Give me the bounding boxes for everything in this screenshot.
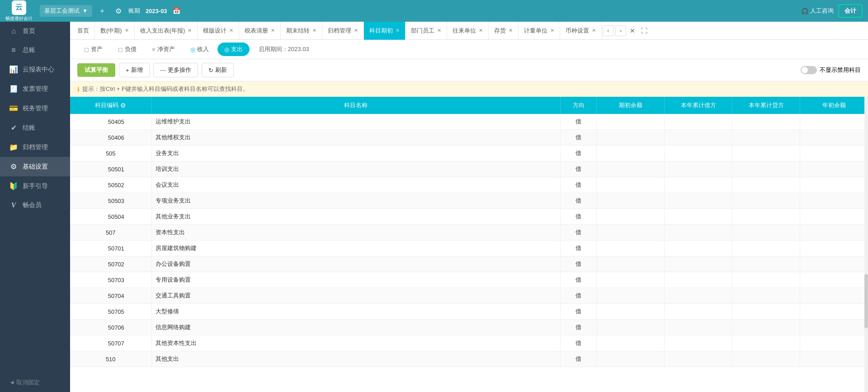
filter-net-asset-button[interactable]: ≡ 净资产: [145, 43, 182, 56]
tab-partner[interactable]: 往来单位 ✕: [447, 22, 489, 40]
filter-expense-button[interactable]: ◎ 支出: [217, 43, 250, 56]
sidebar-item-settings[interactable]: ⚙ 基础设置: [0, 157, 70, 176]
tab-close-icon[interactable]: ✕: [312, 28, 316, 33]
tab-close-icon[interactable]: ✕: [437, 28, 441, 33]
table-row[interactable]: 50707其他资本性支出借: [70, 335, 868, 351]
filter-liability-button[interactable]: ◻ 负债: [111, 43, 143, 56]
sidebar-item-tax[interactable]: 💳 税务管理: [0, 99, 70, 118]
sidebar-item-reports[interactable]: 📊 云报表中心: [0, 60, 70, 79]
toggle-disabled-button[interactable]: 不显示禁用科目: [801, 66, 861, 74]
table-row[interactable]: 50504其他业务支出借: [70, 209, 868, 225]
filter-bar: ◻ 资产 ◻ 负债 ≡ 净资产 ◎ 收入: [70, 40, 868, 59]
table-row[interactable]: 50702办公设备购置借: [70, 256, 868, 272]
account-button[interactable]: 会计: [838, 4, 863, 18]
cell-direction: 借: [561, 114, 597, 130]
tab-subject[interactable]: 科目期初 ✕: [364, 22, 406, 40]
tab-close-icon[interactable]: ✕: [354, 28, 358, 33]
tab-close-icon[interactable]: ✕: [229, 28, 233, 33]
table-row[interactable]: 50502会议支出借: [70, 177, 868, 193]
tab-prev-button[interactable]: ‹: [603, 25, 613, 36]
table-row[interactable]: 50701房屋建筑物购建借: [70, 241, 868, 256]
table-row[interactable]: 50406其他维权支出借: [70, 130, 868, 146]
settings-icon[interactable]: ⚙: [112, 5, 125, 17]
tab-archive[interactable]: 归档管理 ✕: [322, 22, 364, 40]
tab-close-icon[interactable]: ✕: [592, 28, 596, 33]
sidebar-item-archive[interactable]: 📁 归档管理: [0, 137, 70, 157]
close-all-tabs-button[interactable]: ✕: [627, 25, 638, 36]
cell-ytd-debit: [665, 146, 732, 161]
sidebar-collapse-button[interactable]: ◄ 取消固定: [0, 373, 70, 392]
new-label: 新增: [131, 66, 143, 74]
cell-code: 50405: [70, 114, 151, 130]
tab-close-icon[interactable]: ✕: [396, 28, 400, 33]
tab-dept[interactable]: 部门员工 ✕: [406, 22, 447, 40]
filter-asset-button[interactable]: ◻ 资产: [77, 43, 109, 56]
tab-expand-button[interactable]: ⛶: [639, 25, 650, 36]
table-row[interactable]: 507资本性支出借: [70, 225, 868, 241]
refresh-button[interactable]: ↻ 刷新: [202, 63, 234, 77]
table-row[interactable]: 50501培训支出借: [70, 161, 868, 177]
table-row[interactable]: 50503专项业务支出借: [70, 193, 868, 209]
tab-currency[interactable]: 币种设置 ✕: [560, 22, 602, 40]
company-dropdown-icon: ▼: [82, 8, 88, 14]
company-selector[interactable]: 基层工会测试 ▼: [40, 5, 92, 17]
sidebar-item-closing[interactable]: ✔ 结账: [0, 118, 70, 137]
period-info: 启用期间：2023.03: [259, 45, 309, 53]
sidebar-item-home[interactable]: ⌂ 首页: [0, 22, 70, 41]
table-row[interactable]: 50703专用设备购置借: [70, 272, 868, 288]
tab-tax[interactable]: 税表清册 ✕: [239, 22, 281, 40]
tab-label: 模版设计: [203, 27, 226, 35]
cell-year-balance: [800, 335, 868, 351]
add-company-button[interactable]: ＋: [96, 5, 108, 17]
tab-interim[interactable]: 数(中期) ✕: [95, 22, 135, 40]
switch-track[interactable]: [801, 66, 817, 74]
tab-close-icon[interactable]: ✕: [125, 28, 129, 33]
filter-label: 收入: [197, 45, 209, 53]
cell-name: 大型修缮: [151, 304, 561, 320]
sidebar-item-invoice[interactable]: 🧾 发票管理: [0, 79, 70, 99]
tab-template[interactable]: 模版设计 ✕: [198, 22, 239, 40]
calendar-icon[interactable]: 📅: [173, 7, 180, 14]
cell-name: 其他资本性支出: [151, 335, 561, 351]
new-button[interactable]: + 新增: [119, 63, 150, 77]
table-row[interactable]: 50704交通工具购置借: [70, 288, 868, 304]
tab-close-icon[interactable]: ✕: [550, 28, 554, 33]
table-row[interactable]: 50405运维维护支出借: [70, 114, 868, 130]
balance-button[interactable]: 试算平衡: [77, 63, 115, 77]
help-button[interactable]: 🎧 人工咨询: [801, 7, 834, 15]
sidebar-item-member[interactable]: V 畅会员: [0, 196, 70, 215]
more-actions-button[interactable]: ⋯ 更多操作: [153, 63, 198, 77]
tab-close-icon[interactable]: ✕: [509, 28, 513, 33]
tab-next-button[interactable]: ›: [615, 25, 626, 36]
period-value: 2023-03: [146, 8, 167, 14]
tab-stock[interactable]: 存货 ✕: [489, 22, 519, 40]
tab-close-icon[interactable]: ✕: [479, 28, 483, 33]
logo-area[interactable]: 云 畅捷通好会计: [5, 0, 33, 22]
header-year-balance: 年初余额: [800, 97, 868, 114]
table-row[interactable]: 50706信息网络购建借: [70, 320, 868, 335]
tab-label: 币种设置: [566, 27, 589, 35]
tab-home[interactable]: 首页: [72, 22, 95, 40]
header-gear-icon[interactable]: ⚙: [120, 102, 126, 109]
sidebar-item-ledger[interactable]: ≡ 总账: [0, 41, 70, 60]
tip-text: 提示：按Ctrl + F键并输入科目编码或者科目名称可以查找科目。: [82, 85, 249, 93]
tab-unit[interactable]: 计量单位 ✕: [519, 22, 560, 40]
table-row[interactable]: 505业务支出借: [70, 146, 868, 161]
filter-income-button[interactable]: ◎ 收入: [184, 43, 216, 56]
cell-ytd-credit: [732, 161, 800, 177]
cell-year-balance: [800, 114, 868, 130]
table-row[interactable]: 50705大型修缮借: [70, 304, 868, 320]
scrollbar-thumb[interactable]: [864, 274, 868, 328]
tab-close-icon[interactable]: ✕: [188, 28, 192, 33]
tab-close-icon[interactable]: ✕: [271, 28, 275, 33]
sidebar-item-guide[interactable]: 🔰 新手引导: [0, 176, 70, 196]
filter-label: 资产: [91, 45, 103, 53]
cell-ytd-credit: [732, 256, 800, 272]
refresh-label: 刷新: [215, 66, 227, 74]
refresh-icon: ↻: [208, 67, 213, 74]
tab-label: 首页: [77, 27, 89, 35]
top-bar: 云 畅捷通好会计 基层工会测试 ▼ ＋ ⚙ 账期 2023-03 📅 🎧 人工咨…: [0, 0, 868, 22]
table-row[interactable]: 510其他支出借: [70, 351, 868, 367]
tab-period-end[interactable]: 期末结转 ✕: [281, 22, 322, 40]
tab-income[interactable]: 收入支出表(年报) ✕: [135, 22, 198, 40]
